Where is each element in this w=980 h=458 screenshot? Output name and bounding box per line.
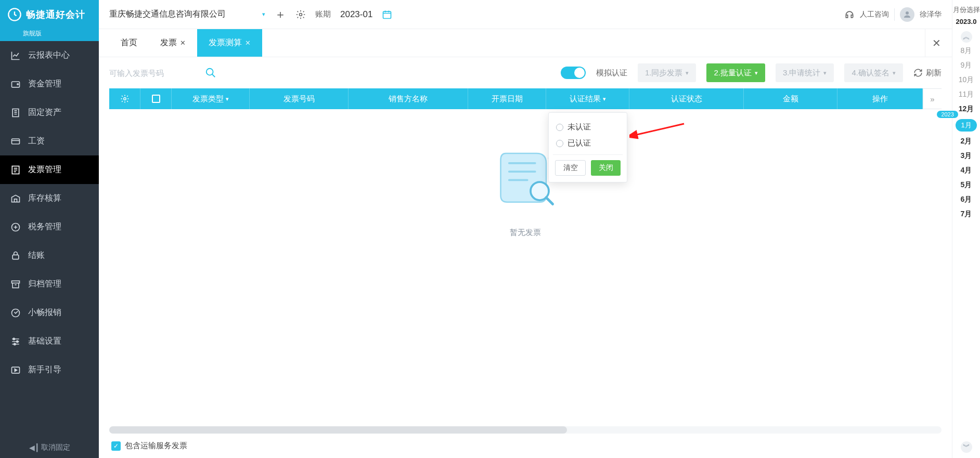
sidebar-item-label: 基础设置 <box>28 336 61 347</box>
empty-text: 暂无发票 <box>510 228 541 238</box>
month-scroll-up[interactable]: ︽ <box>961 31 972 43</box>
horizontal-scrollbar[interactable] <box>109 426 942 434</box>
chevron-down-icon: ▾ <box>893 70 896 76</box>
support-label[interactable]: 人工咨询 <box>860 10 889 19</box>
th-amount: 金额 <box>744 88 837 109</box>
avatar[interactable] <box>900 7 914 22</box>
unpin-icon: ◀┃ <box>29 443 39 452</box>
month-item[interactable]: 8月 <box>961 46 972 56</box>
th-invoice-type[interactable]: 发票类型▾ <box>172 88 250 109</box>
month-item[interactable]: 12月 <box>959 104 974 114</box>
month-item[interactable]: 6月 <box>961 195 972 204</box>
month-item[interactable]: 10月 <box>959 75 974 85</box>
tab-invoice[interactable]: 发票 ✕ <box>149 29 197 57</box>
main: 重庆畅捷交通信息咨询有限公司 ▾ ＋ 账期 2023-01 人工咨询 <box>99 0 952 458</box>
th-operation: 操作 <box>837 88 923 109</box>
headset-icon[interactable] <box>844 9 855 20</box>
tab-invoice-calc[interactable]: 发票测算 ✕ <box>197 29 262 57</box>
month-item[interactable]: 11月 <box>959 90 974 99</box>
svg-point-10 <box>13 338 15 339</box>
divider <box>894 8 895 21</box>
month-scroll-down[interactable]: ︾ <box>961 441 972 453</box>
month-item[interactable]: 7月 <box>961 210 972 219</box>
add-company-button[interactable]: ＋ <box>275 7 286 22</box>
tabs-close-all-button[interactable]: ✕ <box>925 29 948 57</box>
month-item[interactable]: 2月 <box>961 137 972 146</box>
search-input[interactable] <box>109 69 198 77</box>
sidebar-items: 云报表中心 资金管理 固定资产 工资 发票管理 库存核算 <box>0 41 99 437</box>
step-batch-auth-button[interactable]: 2.批量认证 ▾ <box>706 63 765 82</box>
filter-option-authed[interactable]: 已认证 <box>555 135 621 151</box>
filter-option-unauthed[interactable]: 未认证 <box>555 119 621 135</box>
sidebar-item-funds[interactable]: 资金管理 <box>0 70 99 98</box>
month-item[interactable]: 3月 <box>961 151 972 161</box>
sidebar-item-assets[interactable]: 固定资产 <box>0 98 99 127</box>
foot-check-label: 包含运输服务发票 <box>125 441 187 451</box>
sidebar-item-reimburse[interactable]: 小畅报销 <box>0 298 99 327</box>
sidebar-item-label: 归档管理 <box>28 279 61 290</box>
chevron-down-icon: ▾ <box>226 96 229 102</box>
step-label: 4.确认签名 <box>852 68 889 78</box>
radio-icon <box>556 124 563 131</box>
gear-icon[interactable] <box>295 9 306 20</box>
svg-rect-4 <box>12 139 20 144</box>
filter-clear-button[interactable]: 清空 <box>555 160 586 176</box>
sidebar-unpin[interactable]: ◀┃ 取消固定 <box>0 437 99 458</box>
wallet-icon <box>10 79 21 89</box>
company-selector[interactable]: 重庆畅捷交通信息咨询有限公司 ▾ <box>109 9 265 20</box>
sidebar-item-settings[interactable]: 基础设置 <box>0 327 99 356</box>
month-panel-title: 月份选择 <box>953 5 980 15</box>
tabs: 首页 发票 ✕ 发票测算 ✕ ✕ <box>99 29 952 57</box>
step-apply-stats-button[interactable]: 3.申请统计 ▾ <box>776 63 834 82</box>
chevron-down-icon: ▾ <box>686 70 689 76</box>
close-icon[interactable]: ✕ <box>180 39 186 47</box>
company-name: 重庆畅捷交通信息咨询有限公司 <box>109 9 226 20</box>
user-name[interactable]: 徐泽华 <box>920 10 942 19</box>
th-settings[interactable] <box>109 88 140 109</box>
month-item-active[interactable]: 1月 <box>956 119 976 132</box>
tab-label: 发票测算 <box>209 37 242 48</box>
card-icon <box>10 136 21 147</box>
simulate-auth-toggle[interactable] <box>561 67 586 79</box>
th-seller: 销售方名称 <box>349 88 468 109</box>
line-chart-icon <box>10 50 21 61</box>
sidebar-item-label: 云报表中心 <box>28 50 70 61</box>
filter-close-button[interactable]: 关闭 <box>591 160 621 176</box>
refresh-button[interactable]: 刷新 <box>913 68 942 78</box>
calendar-icon[interactable] <box>382 9 392 20</box>
toolbar: 模拟认证 1.同步发票 ▾ 2.批量认证 ▾ 3.申请统计 ▾ 4.确认签名 ▾… <box>99 57 952 88</box>
step-sync-button[interactable]: 1.同步发票 ▾ <box>638 63 697 82</box>
th-select-all[interactable] <box>140 88 172 109</box>
sidebar-item-invoice[interactable]: 发票管理 <box>0 155 99 184</box>
play-icon <box>10 365 21 375</box>
sidebar-item-reports[interactable]: 云报表中心 <box>0 41 99 70</box>
th-expand-button[interactable]: » <box>923 88 942 109</box>
sidebar-item-closing[interactable]: 结账 <box>0 241 99 270</box>
sidebar-item-inventory[interactable]: 库存核算 <box>0 184 99 213</box>
auth-result-filter-dropdown: 未认证 已认证 清空 关闭 <box>548 112 627 182</box>
sidebar-item-archive[interactable]: 归档管理 <box>0 270 99 298</box>
step-label: 2.批量认证 <box>714 68 752 78</box>
sidebar-item-guide[interactable]: 新手引导 <box>0 356 99 384</box>
tab-label: 首页 <box>121 37 137 48</box>
sidebar-item-salary[interactable]: 工资 <box>0 127 99 155</box>
month-list: 8月 9月 10月 11月 12月 2023 1月 2月 3月 4月 5月 6月… <box>956 46 976 458</box>
sidebar-footer-label: 取消固定 <box>41 443 70 452</box>
step-confirm-sign-button[interactable]: 4.确认签名 ▾ <box>844 63 903 82</box>
month-item[interactable]: 9月 <box>961 61 972 70</box>
th-date: 开票日期 <box>468 88 546 109</box>
sidebar-item-tax[interactable]: 税务管理 <box>0 213 99 241</box>
tab-home[interactable]: 首页 <box>109 29 149 57</box>
month-item[interactable]: 4月 <box>961 166 972 175</box>
search-icon[interactable] <box>205 67 216 78</box>
svg-line-21 <box>546 198 553 204</box>
reimburse-icon <box>10 308 21 318</box>
th-auth-result[interactable]: 认证结果▾ <box>546 88 629 109</box>
scroll-thumb[interactable] <box>109 426 567 434</box>
sidebar-item-label: 库存核算 <box>28 193 61 204</box>
close-icon[interactable]: ✕ <box>245 39 251 47</box>
warehouse-icon <box>10 193 21 204</box>
include-transport-checkbox[interactable]: ✓ 包含运输服务发票 <box>109 434 942 453</box>
radio-icon <box>556 140 563 147</box>
month-item[interactable]: 5月 <box>961 180 972 190</box>
